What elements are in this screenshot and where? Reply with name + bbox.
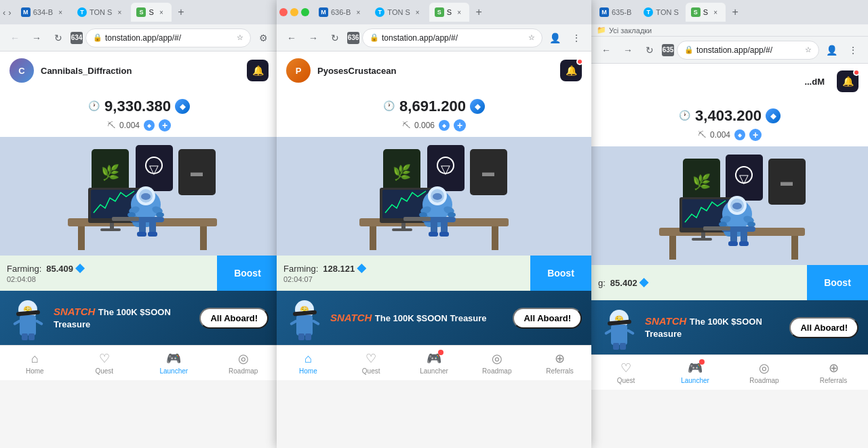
center-aboard-btn[interactable]: All Aboard! <box>513 308 582 329</box>
left-mining-rate: 0.004 <box>119 121 140 130</box>
left-home-icon: ⌂ <box>31 352 39 366</box>
right-nav-referrals[interactable]: ⊕ Referrals <box>799 355 868 390</box>
left-new-tab-btn[interactable]: + <box>173 4 189 20</box>
center-nav-launcher[interactable]: 🎮 Launcher <box>403 346 466 380</box>
center-balance-section: 🕐 8,691.200 ◆ ⛏ 0.006 ◆ + <box>277 89 591 137</box>
left-tab-2-close[interactable]: × <box>115 7 124 17</box>
right-tab-3[interactable]: S S × <box>686 3 726 22</box>
left-reload-btn[interactable]: ↻ <box>49 28 68 47</box>
left-back-nav[interactable]: ‹ <box>3 7 5 18</box>
left-nav-quest[interactable]: ♡ Quest <box>70 346 140 380</box>
center-menu-btn[interactable]: ⋮ <box>567 28 586 47</box>
right-plus-btn[interactable]: + <box>749 129 762 141</box>
right-profile-btn[interactable]: 👤 <box>822 41 841 60</box>
center-nav-roadmap-label: Roadmap <box>482 367 511 375</box>
left-omnibox[interactable]: 🔒 tonstation.app/app/#/ ☆ <box>85 28 251 47</box>
right-menu-btn[interactable]: ⋮ <box>844 41 863 60</box>
left-bookmark-icon[interactable]: ☆ <box>237 33 243 42</box>
center-tab-2[interactable]: T TON S × <box>370 3 427 22</box>
right-username: ...dM <box>601 77 830 87</box>
left-tab-3[interactable]: S S × <box>131 3 171 22</box>
right-boost-button[interactable]: Boost <box>807 265 868 300</box>
left-extensions-btn[interactable]: ⚙ <box>254 28 273 47</box>
right-tab-3-close[interactable]: × <box>711 7 720 17</box>
center-nav-home[interactable]: ⌂ Home <box>277 346 340 380</box>
left-notif-bell: 🔔 <box>252 65 264 76</box>
left-aboard-btn[interactable]: All Aboard! <box>199 308 269 329</box>
center-username: PyosesCrustacean <box>317 66 553 76</box>
center-nav-referrals[interactable]: ⊕ Referrals <box>528 346 591 380</box>
center-minimize-btn[interactable] <box>290 8 298 16</box>
svg-rect-91 <box>701 232 705 238</box>
center-new-tab-btn[interactable]: + <box>471 4 487 20</box>
svg-rect-29 <box>112 217 139 221</box>
left-tab-2[interactable]: T TON S × <box>72 3 130 22</box>
right-omnibox[interactable]: 🔒 tonstation.app/app/#/ ☆ <box>677 41 819 60</box>
left-plus-btn[interactable]: + <box>159 119 171 131</box>
right-tab-2[interactable]: T TON S <box>638 3 684 22</box>
right-forward-btn[interactable]: → <box>618 41 637 60</box>
center-farming-time: 02:04:07 <box>283 275 524 283</box>
left-notification[interactable]: 🔔 <box>247 60 269 81</box>
left-forward-nav[interactable]: › <box>8 7 11 18</box>
center-tab-3[interactable]: S S × <box>429 3 469 22</box>
left-nav-roadmap-label: Roadmap <box>229 367 258 375</box>
right-reload-btn[interactable]: ↻ <box>640 41 659 60</box>
right-farming-amount: g: 85.402 <box>598 278 800 288</box>
center-tab-2-close[interactable]: × <box>413 7 422 17</box>
svg-rect-76 <box>298 333 304 340</box>
svg-point-19 <box>141 193 151 200</box>
center-maximize-btn[interactable] <box>301 8 309 16</box>
center-roadmap-icon: ◎ <box>492 351 502 366</box>
left-tab-3-close[interactable]: × <box>157 7 166 17</box>
left-tab-2-title: TON S <box>90 8 112 16</box>
left-nav-launcher[interactable]: 🎮 Launcher <box>139 346 209 380</box>
right-nav-roadmap[interactable]: ◎ Roadmap <box>730 355 799 390</box>
center-forward-btn[interactable]: → <box>304 28 323 47</box>
center-notif-dot <box>576 58 583 65</box>
right-banner-text: SNATCH The 100K $SOON Treasure <box>645 315 783 340</box>
center-nav-quest[interactable]: ♡ Quest <box>340 346 403 380</box>
right-notification[interactable]: 🔔 <box>837 70 859 92</box>
svg-rect-104 <box>728 241 738 246</box>
center-plus-btn[interactable]: + <box>454 119 466 131</box>
right-farming-bar: g: 85.402 Boost <box>591 265 868 300</box>
left-boost-button[interactable]: Boost <box>217 256 278 291</box>
center-tab-1-close[interactable]: × <box>353 7 363 17</box>
center-reload-btn[interactable]: ↻ <box>326 28 344 47</box>
right-nav-quest[interactable]: ♡ Quest <box>591 355 660 390</box>
left-tab-1-close[interactable]: × <box>56 7 65 17</box>
center-window-controls <box>279 8 309 16</box>
center-boost-button[interactable]: Boost <box>530 256 591 291</box>
center-mine-icon: ⛏ <box>402 121 410 130</box>
center-profile-btn[interactable]: 👤 <box>545 28 564 47</box>
center-farming-amount: Farming: 128.121 <box>283 264 524 274</box>
left-nav-home[interactable]: ⌂ Home <box>0 346 70 380</box>
center-bookmark-icon[interactable]: ☆ <box>528 33 535 42</box>
right-bookmark-icon[interactable]: ☆ <box>805 45 812 54</box>
left-farming-label: Farming: <box>7 264 41 274</box>
svg-point-100 <box>719 222 727 227</box>
center-back-btn[interactable]: ← <box>282 28 301 47</box>
center-omnibox[interactable]: 🔒 tonstation.app/app/#/ ☆ <box>362 28 542 47</box>
center-close-btn[interactable] <box>279 8 288 16</box>
left-back-btn[interactable]: ← <box>5 28 24 47</box>
right-back-btn[interactable]: ← <box>597 41 616 60</box>
svg-rect-53 <box>392 228 412 231</box>
right-aboard-btn[interactable]: All Aboard! <box>789 317 859 338</box>
center-tab-1[interactable]: M 636-B × <box>313 3 368 22</box>
center-tab-count: 636 <box>347 32 359 44</box>
center-tab-3-close[interactable]: × <box>454 7 464 17</box>
left-game-svg: 🌿 ▽ ▬ <box>0 137 278 256</box>
right-tab-1[interactable]: M 635-B <box>594 3 637 22</box>
center-notification[interactable]: 🔔 <box>560 60 582 81</box>
left-nav-quest-label: Quest <box>95 367 113 375</box>
left-forward-btn[interactable]: → <box>27 28 46 47</box>
right-ton-gem: ◆ <box>766 108 781 123</box>
svg-point-97 <box>732 203 742 209</box>
left-tab-1[interactable]: M 634-B × <box>16 3 71 22</box>
right-nav-launcher[interactable]: 🎮 Launcher <box>660 355 730 390</box>
center-nav-roadmap[interactable]: ◎ Roadmap <box>465 346 528 380</box>
left-nav-roadmap[interactable]: ◎ Roadmap <box>209 346 279 380</box>
right-new-tab-btn[interactable]: + <box>727 4 743 20</box>
